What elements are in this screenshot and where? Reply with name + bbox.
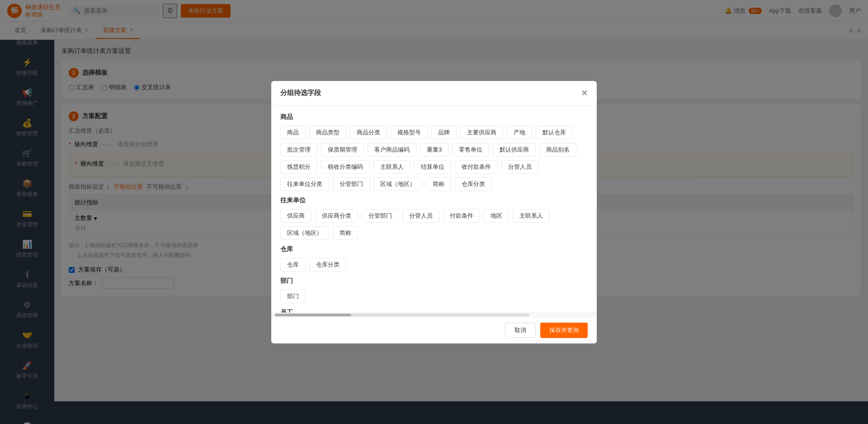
field-tag-0-14[interactable]: 商品别名	[539, 143, 576, 157]
field-tag-0-1[interactable]: 商品类型	[309, 126, 346, 139]
field-tag-0-3[interactable]: 规格型号	[391, 126, 428, 139]
field-tag-1-8[interactable]: 简称	[333, 226, 358, 240]
modal-title: 分组待选字段	[280, 89, 321, 97]
section-title-staff: 员工	[280, 309, 588, 313]
field-tag-0-10[interactable]: 客户商品编码	[368, 143, 416, 157]
modal-header: 分组待选字段 ✕	[271, 81, 597, 106]
field-tag-2-0[interactable]: 仓库	[280, 258, 306, 272]
field-tag-0-15[interactable]: 拣货积分	[280, 160, 317, 174]
field-tag-0-23[interactable]: 区域（地区）	[373, 177, 422, 191]
field-tag-0-20[interactable]: 分管人员	[501, 160, 538, 174]
section-title-warehouse: 仓库	[280, 245, 588, 253]
field-tag-0-25[interactable]: 仓库分类	[455, 177, 492, 191]
field-tag-1-2[interactable]: 分管部门	[362, 209, 399, 223]
field-tag-1-7[interactable]: 区域（地区）	[280, 226, 329, 240]
field-tag-0-13[interactable]: 默认供应商	[493, 143, 536, 157]
field-tag-0-21[interactable]: 往来单位分类	[280, 177, 329, 191]
field-tag-1-6[interactable]: 主联系人	[513, 209, 550, 223]
save-query-button[interactable]: 保存并查询	[540, 323, 588, 338]
field-tag-0-22[interactable]: 分管部门	[333, 177, 370, 191]
field-tag-1-4[interactable]: 付款条件	[443, 209, 480, 223]
field-tag-0-4[interactable]: 品牌	[431, 126, 457, 139]
field-tag-0-8[interactable]: 批次管理	[280, 143, 317, 157]
field-tag-0-18[interactable]: 结算单位	[414, 160, 451, 174]
modal-body[interactable]: 商品 商品商品类型商品分类规格型号品牌主要供应商产地默认仓库批次管理保质期管理客…	[271, 106, 597, 313]
field-tag-1-5[interactable]: 地区	[484, 209, 509, 223]
field-tag-0-5[interactable]: 主要供应商	[460, 126, 503, 139]
cancel-button[interactable]: 取消	[505, 323, 536, 338]
fields-grid-dept: 部门	[280, 290, 588, 303]
field-tag-0-2[interactable]: 商品分类	[350, 126, 387, 139]
field-tag-0-6[interactable]: 产地	[507, 126, 532, 139]
modal-hscroll	[271, 313, 597, 317]
field-tag-0-16[interactable]: 税收分类编码	[321, 160, 370, 174]
field-tag-0-0[interactable]: 商品	[280, 126, 306, 139]
field-tag-0-7[interactable]: 默认仓库	[536, 126, 573, 139]
field-tag-0-17[interactable]: 主联系人	[373, 160, 410, 174]
section-title-dept: 部门	[280, 277, 588, 285]
modal-footer: 取消 保存并查询	[271, 317, 597, 343]
section-title-partner: 往来单位	[280, 196, 588, 205]
modal-overlay: 分组待选字段 ✕ 商品 商品商品类型商品分类规格型号品牌主要供应商产地默认仓库批…	[0, 0, 868, 424]
field-tag-0-9[interactable]: 保质期管理	[321, 143, 364, 157]
fields-grid-warehouse: 仓库仓库分类	[280, 258, 588, 272]
fields-grid-goods: 商品商品类型商品分类规格型号品牌主要供应商产地默认仓库批次管理保质期管理客户商品…	[280, 126, 588, 191]
field-tag-0-11[interactable]: 重量3	[420, 143, 448, 157]
fields-grid-partner: 供应商供应商分类分管部门分管人员付款条件地区主联系人区域（地区）简称	[280, 209, 588, 240]
field-select-modal: 分组待选字段 ✕ 商品 商品商品类型商品分类规格型号品牌主要供应商产地默认仓库批…	[271, 81, 597, 343]
field-tag-3-0[interactable]: 部门	[280, 290, 306, 303]
field-tag-1-1[interactable]: 供应商分类	[315, 209, 358, 223]
field-tag-2-1[interactable]: 仓库分类	[309, 258, 346, 272]
field-tag-0-24[interactable]: 简称	[426, 177, 451, 191]
field-tag-1-3[interactable]: 分管人员	[402, 209, 439, 223]
field-tag-1-0[interactable]: 供应商	[280, 209, 311, 223]
field-tag-0-12[interactable]: 零售单位	[452, 143, 489, 157]
section-title-goods: 商品	[280, 113, 588, 121]
field-tag-0-19[interactable]: 收付款条件	[455, 160, 498, 174]
modal-close-button[interactable]: ✕	[581, 88, 588, 98]
